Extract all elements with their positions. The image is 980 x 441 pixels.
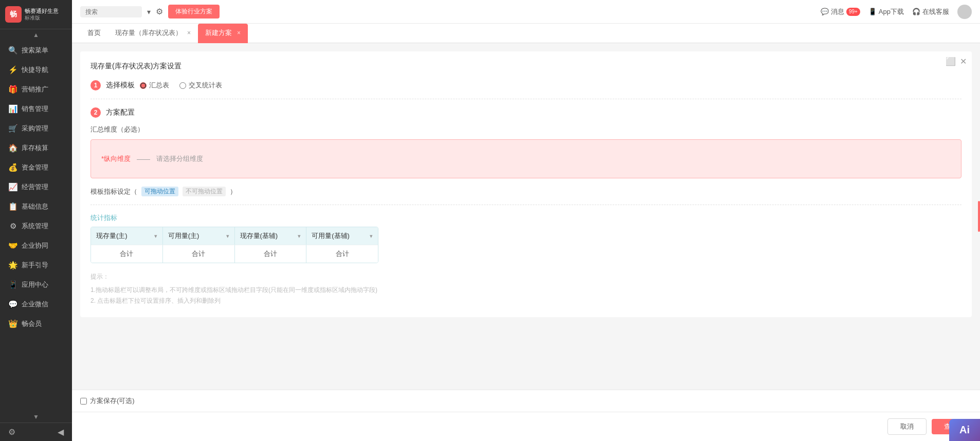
sidebar-item-sales[interactable]: 📊 销售管理 (0, 99, 72, 119)
search-icon: 🔍 (8, 46, 17, 55)
phone-icon: 📱 (868, 8, 877, 15)
sidebar-item-label: 新手引导 (22, 261, 48, 270)
sidebar-item-app-center[interactable]: 📱 应用中心 (0, 275, 72, 295)
section1-title: 选择模板 (106, 81, 135, 90)
stats-label: 统计指标 (90, 213, 961, 223)
guide-icon: 🌟 (8, 261, 17, 270)
topbar-right: 💬 消息 99+ 📱 App下载 🎧 在线客服 (821, 5, 972, 19)
radio-huizong[interactable]: 汇总表 (140, 81, 169, 90)
sidebar-item-label: 搜索菜单 (22, 46, 48, 55)
collapse-icon[interactable]: ◀ (58, 427, 64, 437)
right-accent-bar (978, 201, 980, 232)
app-download-label: App下载 (879, 7, 904, 16)
section2-number: 2 (90, 107, 101, 118)
tip1: 1.拖动标题栏可以调整布局，不可跨维度或指标区域拖动栏目字段(只能在同一维度或指… (90, 285, 961, 296)
cancel-button[interactable]: 取消 (887, 418, 927, 435)
sidebar-item-label: 畅会员 (22, 319, 42, 328)
logo-title: 畅赛通好生意 (25, 7, 59, 14)
sidebar-item-label: 企业微信 (22, 300, 48, 309)
radio-huizong-input[interactable] (140, 82, 147, 89)
sidebar-scroll-down[interactable]: ▼ (0, 411, 72, 422)
sidebar-item-basic-info[interactable]: 📋 基础信息 (0, 197, 72, 216)
template-radio-group: 汇总表 交叉统计表 (140, 81, 222, 90)
stats-col-3[interactable]: 现存量(基辅) ▾ (235, 227, 307, 245)
close-icon[interactable]: ✕ (960, 57, 967, 66)
tab-new-scheme[interactable]: 新建方案 × (198, 24, 248, 43)
sidebar-item-enterprise[interactable]: 🤝 企业协同 (0, 236, 72, 255)
dimension-placeholder: 请选择分组维度 (156, 154, 203, 163)
messages-label: 消息 (831, 7, 844, 16)
logo-icon: 畅 (5, 6, 22, 23)
sidebar-item-wechat[interactable]: 💬 企业微信 (0, 295, 72, 314)
wechat-icon: 💬 (8, 300, 17, 309)
sidebar-item-inventory[interactable]: 🏠 库存核算 (0, 138, 72, 158)
radio-jiaocha[interactable]: 交叉统计表 (179, 81, 222, 90)
tab-inventory[interactable]: 现存量（库存状况表） × (108, 24, 198, 43)
stats-cell-4: 合计 (306, 245, 378, 263)
sidebar-item-label: 快捷导航 (22, 65, 48, 75)
stats-col-1[interactable]: 现存量(主) ▾ (91, 227, 163, 245)
stats-col-2[interactable]: 可用量(主) ▾ (163, 227, 235, 245)
indicator-settings-suffix: ） (230, 187, 237, 196)
save-row: 方案保存(可选) (72, 390, 980, 412)
message-icon: 💬 (821, 8, 829, 15)
indicator-settings-label: 模板指标设定（ 可拖动位置 不可拖动位置 ） (90, 187, 961, 196)
messages-button[interactable]: 💬 消息 99+ (821, 7, 860, 16)
radio-jiaocha-input[interactable] (179, 82, 186, 89)
section2-title: 方案配置 (106, 108, 135, 117)
app-download-button[interactable]: 📱 App下载 (868, 7, 904, 16)
basic-info-icon: 📋 (8, 202, 17, 211)
ai-badge[interactable]: Ai (949, 419, 980, 441)
sidebar-scroll-up[interactable]: ▲ (0, 29, 72, 41)
save-checkbox[interactable] (80, 398, 87, 405)
sidebar-item-management[interactable]: 📈 经营管理 (0, 177, 72, 197)
online-service-button[interactable]: 🎧 在线客服 (912, 7, 949, 16)
dropdown-icon[interactable]: ▾ (147, 8, 151, 16)
stats-table-row: 合计 合计 合计 合计 (91, 245, 378, 263)
tab-home[interactable]: 首页 (80, 24, 108, 43)
sidebar: 畅 畅赛通好生意 标准版 ▲ 🔍 搜索菜单 ⚡ 快捷导航 🎁 营销推广 📊 销售… (0, 0, 72, 441)
enterprise-icon: 🤝 (8, 241, 17, 250)
stats-col-4[interactable]: 可用量(基辅) ▾ (306, 227, 378, 245)
sidebar-item-purchase[interactable]: 🛒 采购管理 (0, 119, 72, 138)
vertical-label: *纵向维度 (101, 154, 131, 163)
sidebar-item-search[interactable]: 🔍 搜索菜单 (0, 41, 72, 60)
sidebar-item-label: 企业协同 (22, 241, 48, 250)
settings-icon[interactable]: ⚙ (8, 427, 15, 437)
stats-table-header: 现存量(主) ▾ 可用量(主) ▾ 现存量(基辅) ▾ 可用量(基辅) ▾ (91, 227, 378, 245)
user-avatar[interactable] (957, 5, 972, 19)
col3-chevron-icon[interactable]: ▾ (298, 233, 301, 240)
quick-nav-icon: ⚡ (8, 65, 17, 75)
dimension-required-label: 汇总维度（必选） (90, 125, 961, 134)
stats-cell-1: 合计 (91, 245, 163, 263)
gear-icon[interactable]: ⚙ (156, 7, 163, 16)
tab-home-label: 首页 (87, 28, 101, 38)
sidebar-item-label: 应用中心 (22, 280, 48, 289)
messages-badge: 99+ (846, 8, 860, 16)
sidebar-item-marketing[interactable]: 🎁 营销推广 (0, 80, 72, 99)
sidebar-item-guide[interactable]: 🌟 新手引导 (0, 255, 72, 275)
col4-chevron-icon[interactable]: ▾ (370, 233, 373, 240)
col1-chevron-icon[interactable]: ▾ (154, 233, 157, 240)
sidebar-item-label: 经营管理 (22, 182, 48, 192)
draggable-tag: 可拖动位置 (141, 187, 178, 196)
headphone-icon: 🎧 (912, 8, 920, 15)
minimize-icon[interactable]: ⬜ (946, 57, 956, 66)
sidebar-item-system[interactable]: ⚙ 系统管理 (0, 216, 72, 236)
tabs-bar: 首页 现存量（库存状况表） × 新建方案 × (72, 24, 980, 43)
sidebar-item-finance[interactable]: 💰 资金管理 (0, 158, 72, 177)
dimension-box[interactable]: *纵向维度 —— 请选择分组维度 (90, 139, 961, 178)
col2-chevron-icon[interactable]: ▾ (226, 233, 229, 240)
sidebar-item-label: 营销推广 (22, 85, 48, 94)
indicator-settings: 模板指标设定（ 可拖动位置 不可拖动位置 ） (90, 187, 961, 196)
tab-new-scheme-close[interactable]: × (237, 29, 241, 36)
sidebar-item-label: 采购管理 (22, 124, 48, 133)
sidebar-item-member[interactable]: 👑 畅会员 (0, 314, 72, 334)
sidebar-logo: 畅 畅赛通好生意 标准版 (0, 0, 72, 29)
tab-inventory-close[interactable]: × (187, 29, 191, 36)
footer-bar: 取消 查询 (72, 412, 980, 441)
trial-button[interactable]: 体验行业方案 (168, 5, 220, 19)
sidebar-item-quick-nav[interactable]: ⚡ 快捷导航 (0, 60, 72, 80)
search-input[interactable] (80, 6, 142, 17)
content-area: ⬜ ✕ 现存量(库存状况表)方案设置 1 选择模板 汇总表 交叉统计表 (72, 43, 980, 390)
